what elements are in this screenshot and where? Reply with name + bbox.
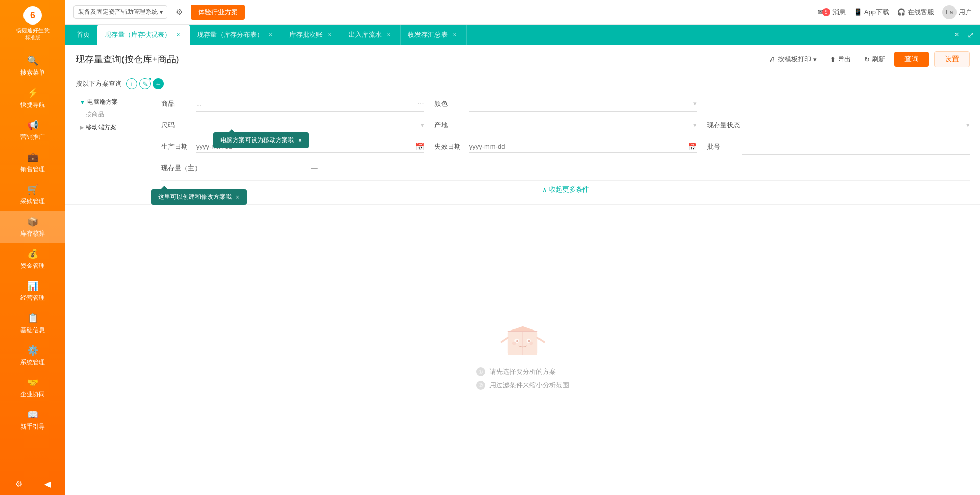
tab-close-receipt-summary[interactable]: × bbox=[451, 31, 459, 39]
enterprise-icon: 🤝 bbox=[27, 377, 38, 388]
tab-close-inventory-dist[interactable]: × bbox=[266, 31, 275, 39]
input-batch[interactable] bbox=[742, 140, 970, 152]
tab-bar-actions: × ⤢ bbox=[952, 28, 976, 42]
label-color: 颜色 bbox=[434, 99, 465, 108]
reset-button[interactable]: 设置 bbox=[934, 51, 970, 67]
sidebar-nav: 🔍 搜索菜单 ⚡ 快捷导航 📢 营销推广 💼 销售管理 🛒 采购管理 📦 库存核… bbox=[0, 50, 65, 473]
guide-icon: 📖 bbox=[27, 409, 38, 420]
notification-badge: 9 bbox=[822, 8, 830, 16]
tab-close-all-btn[interactable]: × bbox=[952, 28, 961, 41]
marketing-icon: 📢 bbox=[27, 120, 38, 131]
tab-close-batch-account[interactable]: × bbox=[326, 31, 334, 39]
export-label: 导出 bbox=[838, 55, 851, 64]
experience-button[interactable]: 体验行业方案 bbox=[191, 5, 245, 20]
online-support-label: 在线客服 bbox=[908, 8, 934, 17]
scheme-item-mobile-label: 移动端方案 bbox=[86, 123, 116, 132]
calendar-icon-expire[interactable]: 📅 bbox=[688, 143, 697, 151]
tab-in-out-flow[interactable]: 出入库流水 × bbox=[341, 25, 401, 45]
expand-icon-mobile: ▶ bbox=[80, 124, 84, 131]
input-goods[interactable] bbox=[196, 98, 417, 109]
scheme-tooltip-close[interactable]: × bbox=[298, 137, 302, 144]
input-stock-status[interactable] bbox=[744, 119, 966, 131]
svg-point-5 bbox=[516, 340, 518, 342]
input-origin[interactable] bbox=[469, 119, 694, 131]
sidebar-item-operations[interactable]: 📊 经营管理 bbox=[0, 275, 65, 308]
query-button[interactable]: 查询 bbox=[894, 52, 929, 67]
expire-date-start-input[interactable] bbox=[469, 140, 689, 152]
export-btn[interactable]: ⬆ 导出 bbox=[826, 53, 855, 66]
tab-close-in-out-flow[interactable]: × bbox=[385, 31, 393, 39]
sidebar-item-label-search: 搜索菜单 bbox=[20, 68, 45, 77]
user-menu[interactable]: Ea 用户 bbox=[942, 5, 972, 19]
sidebar-item-system[interactable]: ⚙️ 系统管理 bbox=[0, 340, 65, 372]
sidebar-item-search[interactable]: 🔍 搜索菜单 bbox=[0, 50, 65, 82]
label-stock-status: 现存量状态 bbox=[707, 121, 740, 130]
calendar-icon-prod-start[interactable]: 📅 bbox=[415, 143, 424, 151]
print-label: 按模板打印 bbox=[778, 55, 811, 64]
collapse-sidebar-btn[interactable]: ◀ bbox=[42, 477, 53, 491]
sidebar-item-basic[interactable]: 📋 基础信息 bbox=[0, 308, 65, 340]
tab-maximize-btn[interactable]: ⤢ bbox=[965, 28, 976, 42]
empty-state-text: ① 请先选择要分析的方案 ② 用过滤条件来缩小分析范围 bbox=[476, 367, 569, 390]
input-stock-qty-min[interactable] bbox=[205, 162, 309, 174]
sidebar-item-sales[interactable]: 💼 销售管理 bbox=[0, 147, 65, 179]
expire-date-range: 📅 bbox=[469, 140, 697, 153]
logo-symbol: 6 bbox=[30, 10, 35, 21]
export-icon: ⬆ bbox=[830, 56, 836, 63]
tab-batch-account[interactable]: 库存批次账 × bbox=[282, 25, 341, 45]
edit-tooltip: 这里可以创建和修改方案哦 × bbox=[151, 189, 247, 205]
page-header-actions: 🖨 按模板打印 ▾ ⬆ 导出 ↻ 刷新 查询 设置 bbox=[765, 51, 970, 67]
basic-icon: 📋 bbox=[27, 313, 38, 324]
hint-num-2: ② bbox=[476, 381, 485, 390]
sidebar-item-label-guide: 新手引导 bbox=[20, 422, 45, 431]
notification-btn[interactable]: ✉ 9 消息 bbox=[818, 8, 846, 17]
settings-bottom-btn[interactable]: ⚙ bbox=[13, 477, 24, 491]
phone-icon: 📱 bbox=[854, 8, 862, 16]
tab-inventory-dist[interactable]: 现存量（库存分布表） × bbox=[190, 25, 282, 45]
tab-home[interactable]: 首页 bbox=[69, 25, 97, 45]
scheme-item-desktop[interactable]: ▼ 电脑端方案 bbox=[76, 96, 146, 108]
arrow-scheme-btn[interactable]: ← bbox=[153, 78, 164, 89]
sidebar-item-label-sales: 销售管理 bbox=[20, 165, 45, 174]
input-color[interactable] bbox=[469, 98, 694, 109]
tab-receipt-summary-label: 收发存汇总表 bbox=[408, 30, 448, 39]
collapse-bar[interactable]: ∧ 收起更多条件 bbox=[161, 180, 970, 198]
label-stock-qty: 现存量（主） bbox=[161, 163, 201, 173]
system-name-select[interactable]: 装备及固定资产辅助管理系统 ▾ bbox=[74, 5, 167, 19]
sidebar-item-label-operations: 经营管理 bbox=[20, 294, 45, 302]
refresh-btn[interactable]: ↻ 刷新 bbox=[860, 53, 889, 66]
settings-btn[interactable]: ⚙ bbox=[174, 5, 185, 19]
edit-scheme-btn[interactable]: ✎ bbox=[139, 78, 151, 89]
sidebar-item-label-system: 系统管理 bbox=[20, 358, 45, 367]
tab-close-inventory-status[interactable]: × bbox=[174, 31, 182, 39]
sidebar-item-marketing[interactable]: 📢 营销推广 bbox=[0, 114, 65, 147]
inventory-icon: 📦 bbox=[27, 216, 38, 227]
dropdown-icon-origin: ▾ bbox=[693, 121, 697, 129]
search-icon: 🔍 bbox=[27, 55, 38, 66]
label-size: 尺码 bbox=[161, 121, 192, 130]
tab-receipt-summary[interactable]: 收发存汇总表 × bbox=[401, 25, 467, 45]
edit-tooltip-close[interactable]: × bbox=[236, 194, 239, 201]
edit-icon: ✎ bbox=[142, 80, 148, 88]
operations-icon: 📊 bbox=[27, 280, 38, 292]
tab-inventory-status[interactable]: 现存量（库存状况表） × bbox=[97, 25, 190, 45]
app-download-btn[interactable]: 📱 App下载 bbox=[854, 8, 889, 17]
sidebar-item-purchase[interactable]: 🛒 采购管理 bbox=[0, 179, 65, 211]
sidebar-item-quick-nav[interactable]: ⚡ 快捷导航 bbox=[0, 82, 65, 114]
sidebar-bottom: ⚙ ◀ bbox=[0, 473, 65, 495]
online-support-btn[interactable]: 🎧 在线客服 bbox=[897, 8, 934, 17]
top-header: 装备及固定资产辅助管理系统 ▾ ⚙ 体验行业方案 ✉ 9 消息 📱 App下载 … bbox=[65, 0, 980, 25]
sidebar-item-guide[interactable]: 📖 新手引导 bbox=[0, 404, 65, 436]
chevron-up-icon: ∧ bbox=[542, 186, 547, 194]
sidebar-item-label-marketing: 营销推广 bbox=[20, 133, 45, 142]
brand-name: 畅捷通好生意 bbox=[16, 27, 50, 34]
sidebar-item-finance[interactable]: 💰 资金管理 bbox=[0, 243, 65, 275]
sidebar-item-inventory[interactable]: 📦 库存核算 bbox=[0, 211, 65, 243]
print-btn[interactable]: 🖨 按模板打印 ▾ bbox=[765, 53, 821, 66]
sales-icon: 💼 bbox=[27, 152, 38, 163]
scheme-item-mobile[interactable]: ▶ 移动端方案 bbox=[76, 121, 146, 134]
sidebar-item-enterprise[interactable]: 🤝 企业协同 bbox=[0, 372, 65, 404]
add-scheme-btn[interactable]: + bbox=[126, 78, 137, 89]
filter-row-size: 尺码 ▾ bbox=[161, 117, 424, 133]
input-stock-qty-max[interactable] bbox=[320, 162, 424, 174]
